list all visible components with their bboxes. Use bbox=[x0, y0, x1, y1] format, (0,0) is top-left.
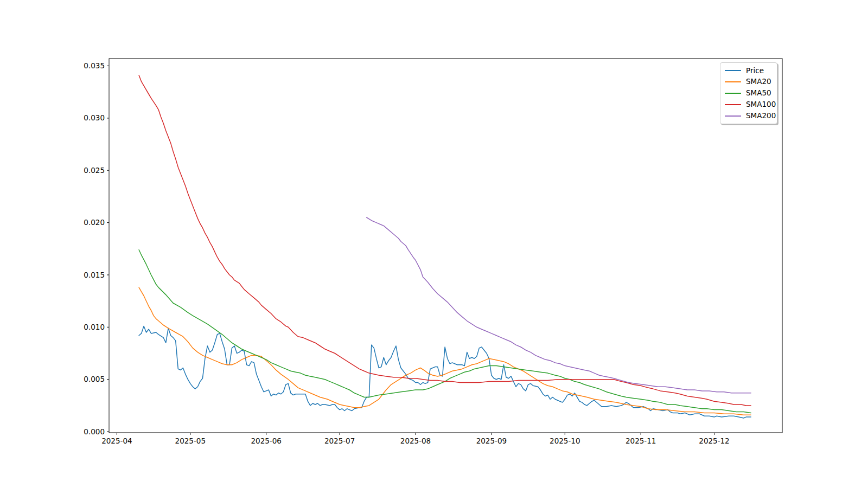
legend-item-sma100: SMA100 bbox=[725, 99, 773, 110]
legend-item-sma50: SMA50 bbox=[725, 88, 773, 99]
legend-line-swatch-price bbox=[725, 70, 741, 71]
legend-label-sma100: SMA100 bbox=[746, 101, 776, 108]
series-line-price bbox=[139, 326, 751, 418]
legend-line-swatch-sma50 bbox=[725, 93, 741, 94]
x-tick-label: 2025-08 bbox=[400, 436, 431, 445]
x-tick-label: 2025-06 bbox=[251, 436, 281, 445]
series-line-sma50 bbox=[139, 250, 751, 413]
y-tick-label: 0.030 bbox=[84, 113, 105, 122]
figure: 2025-042025-052025-062025-072025-082025-… bbox=[0, 0, 868, 488]
x-tick-label: 2025-11 bbox=[626, 436, 656, 445]
legend-item-price: Price bbox=[725, 65, 773, 76]
x-tick-label: 2025-12 bbox=[699, 436, 729, 445]
x-tick-label: 2025-05 bbox=[175, 436, 206, 445]
series-line-sma200 bbox=[367, 217, 751, 393]
legend-label-sma50: SMA50 bbox=[746, 89, 771, 97]
y-tick-label: 0.010 bbox=[84, 323, 105, 331]
y-tick-label: 0.015 bbox=[84, 271, 105, 279]
x-tick-label: 2025-04 bbox=[101, 436, 132, 445]
legend-label-price: Price bbox=[746, 67, 764, 75]
legend-label-sma20: SMA20 bbox=[746, 78, 771, 86]
legend-label-sma200: SMA200 bbox=[746, 112, 776, 120]
y-tick-label: 0.020 bbox=[84, 218, 105, 227]
legend-line-swatch-sma100 bbox=[725, 104, 741, 105]
x-tick-label: 2025-09 bbox=[476, 436, 507, 445]
x-tick-label: 2025-07 bbox=[324, 436, 355, 445]
legend-line-swatch-sma200 bbox=[725, 115, 741, 117]
axes-frame bbox=[109, 59, 782, 433]
y-tick-label: 0.005 bbox=[84, 375, 105, 383]
legend-item-sma20: SMA20 bbox=[725, 76, 773, 88]
y-tick-label: 0.000 bbox=[84, 427, 105, 436]
y-tick-label: 0.035 bbox=[84, 61, 105, 70]
legend: Price SMA20 SMA50 SMA100 SMA200 bbox=[720, 62, 777, 124]
legend-line-swatch-sma20 bbox=[725, 81, 741, 82]
legend-item-sma200: SMA200 bbox=[725, 110, 773, 121]
x-tick-label: 2025-10 bbox=[550, 436, 580, 445]
y-tick-label: 0.025 bbox=[84, 166, 105, 175]
